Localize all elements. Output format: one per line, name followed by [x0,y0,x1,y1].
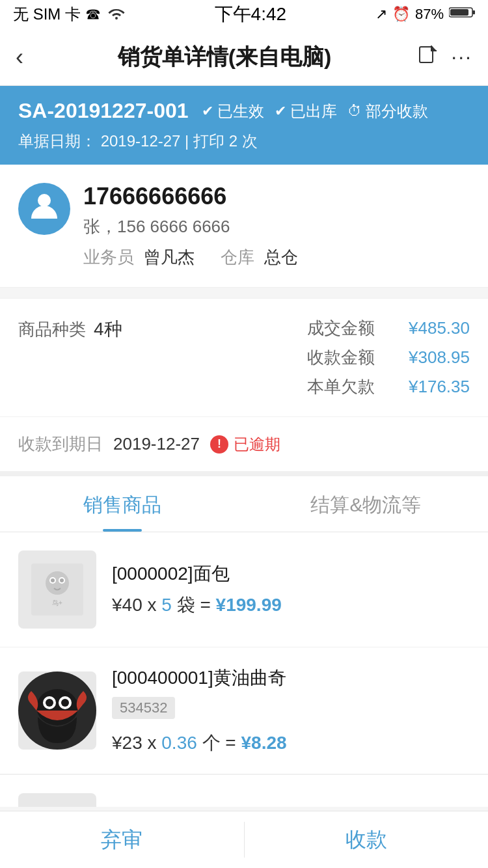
product-list: 鸟+ [0000002]面包 ¥40 x 5 袋 = ¥199.99 [0,532,488,807]
product-item-cookies: [000400001]黄油曲奇 534532 ¥23 x 0.36 个 = ¥8… [0,647,488,774]
product-price-bread: ¥40 x 5 袋 = ¥199.99 [112,593,470,617]
overdue-badge: ! 已逾期 [210,434,280,455]
status-left: 无 SIM 卡 ☎ [13,4,126,25]
tab-settlement[interactable]: 结算&物流等 [244,476,488,532]
customer-meta: 业务员 曾凡杰 仓库 总仓 [83,246,470,269]
bottom-actions: 弃审 收款 [0,811,488,868]
stats-section: 商品种类 4种 成交金额 ¥485.30 收款金额 ¥308.95 本单欠款 ¥… [0,298,488,417]
battery-text: 87% [415,6,444,23]
tab-sales-products[interactable]: 销售商品 [0,476,244,532]
status-time: 下午4:42 [215,2,287,27]
wifi-icon [107,5,126,23]
back-button[interactable]: ‹ [16,44,55,71]
customer-name: 张，156 6666 6666 [83,215,470,238]
product-image-bread: 鸟+ [18,550,96,629]
product-name-cookies: [000400001]黄油曲奇 [112,666,470,690]
status-bar: 无 SIM 卡 ☎ 下午4:42 ↗ ⏰ 87% [0,0,488,29]
salesperson-info: 业务员 曾凡杰 [83,246,195,269]
product-types: 商品种类 4种 [18,317,307,342]
overdue-text: 已逾期 [234,434,280,455]
order-doc-date: 单据日期： 2019-12-27 | 打印 2 次 [18,131,470,152]
customer-phone: 17666666666 [83,183,470,210]
check-icon-shipped: ✔ [275,103,286,120]
product-details-cookies: [000400001]黄油曲奇 534532 ¥23 x 0.36 个 = ¥8… [112,666,470,755]
product-tabs: 销售商品 结算&物流等 [0,476,488,532]
warehouse-info: 仓库 总仓 [221,246,298,269]
svg-rect-1 [472,10,475,14]
due-date-section: 收款到期日 2019-12-27 ! 已逾期 [0,417,488,476]
status-badge-shipped: ✔ 已出库 [275,101,337,122]
due-date-value: 2019-12-27 [113,434,200,454]
more-icon[interactable]: ··· [451,45,472,69]
owed-amount: 本单欠款 ¥176.35 [307,375,470,398]
check-icon-active: ✔ [202,103,213,120]
status-badge-partial: ⏱ 部分收款 [347,101,428,122]
page-title: 销货单详情(来自电脑) [55,42,394,72]
svg-rect-2 [450,9,468,16]
due-date-label: 收款到期日 [18,433,103,455]
product-image-partial [18,793,96,807]
nav-bar: ‹ 销货单详情(来自电脑) ··· [0,29,488,86]
sim-status: 无 SIM 卡 ☎ [13,4,101,25]
deal-amount: 成交金额 ¥485.30 [307,317,470,340]
svg-point-16 [46,699,53,707]
cancel-review-button[interactable]: 弃审 [0,811,244,868]
svg-text:鸟+: 鸟+ [52,599,62,606]
product-item: 鸟+ [0000002]面包 ¥40 x 5 袋 = ¥199.99 [0,532,488,647]
collect-payment-button[interactable]: 收款 [245,811,489,868]
customer-info: 17666666666 张，156 6666 6666 业务员 曾凡杰 仓库 总… [83,183,470,269]
status-right: ↗ ⏰ 87% [375,6,475,23]
svg-point-6 [46,571,69,595]
product-details-bread: [0000002]面包 ¥40 x 5 袋 = ¥199.99 [112,562,470,617]
customer-section: 17666666666 张，156 6666 6666 业务员 曾凡杰 仓库 总… [0,165,488,288]
location-icon: ↗ [375,6,387,23]
battery-icon [449,6,475,23]
svg-point-4 [38,194,51,207]
svg-point-10 [60,578,64,582]
nav-actions: ··· [394,44,472,70]
product-price-cookies: ¥23 x 0.36 个 = ¥8.28 [112,731,470,755]
person-icon [29,190,60,228]
svg-point-17 [61,699,69,707]
product-item-partial [0,774,488,807]
order-header-band: SA-20191227-001 ✔ 已生效 ✔ 已出库 ⏱ 部分收款 单据日期：… [0,86,488,165]
clock-icon: ⏱ [347,103,362,120]
product-name-bread: [0000002]面包 [112,562,470,586]
svg-point-9 [51,578,55,582]
status-badge-active: ✔ 已生效 [202,101,264,122]
alarm-icon: ⏰ [392,6,410,23]
share-icon[interactable] [417,44,438,70]
product-image-cookies [18,671,96,750]
customer-avatar [18,183,70,235]
product-sku: 534532 [112,697,175,719]
received-amount: 收款金额 ¥308.95 [307,346,470,369]
overdue-icon: ! [210,435,228,454]
financial-stats: 成交金额 ¥485.30 收款金额 ¥308.95 本单欠款 ¥176.35 [307,317,470,398]
order-id: SA-20191227-001 [18,99,189,123]
